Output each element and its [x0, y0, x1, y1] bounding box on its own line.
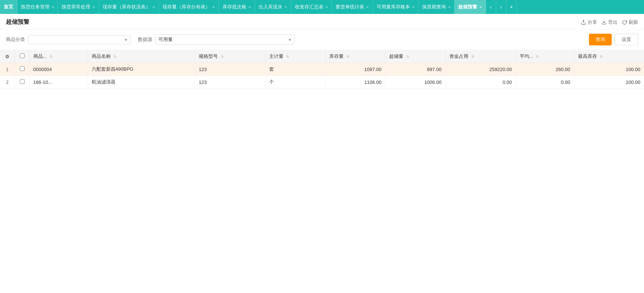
nav-tab-qualityCheck-close[interactable]: × [448, 5, 450, 9]
column-checkbox[interactable] [15, 50, 29, 63]
col-overstock-label: 超储量 [389, 53, 403, 59]
col-unit-label: 主计量 [269, 53, 283, 59]
sort-icon-stock: ⇅ [346, 55, 349, 59]
sort-icon-product-name: ⇅ [113, 55, 116, 59]
export-icon [601, 20, 607, 25]
nav-next-button[interactable]: › [496, 0, 506, 14]
share-button[interactable]: 分享 [581, 19, 597, 26]
column-product-name[interactable]: 商品名称 ⇅ [88, 50, 195, 63]
column-spec[interactable]: 规格型号 ⇅ [195, 50, 266, 63]
select-all-checkbox[interactable] [20, 53, 25, 58]
column-avg-cost[interactable]: 平均... ⇅ [516, 50, 574, 63]
column-overstock[interactable]: 超储量 ⇅ [385, 50, 446, 63]
table-row: 2 186-10... 机油滤清器 123 个 1106.00 1006.00 … [0, 76, 644, 89]
nav-tab-home[interactable]: 首页 [0, 0, 17, 14]
datasource-select-value: 可用量 [158, 36, 173, 43]
row-checkbox-cell-1[interactable] [15, 76, 29, 89]
nav-tab-orderStats[interactable]: 要货单统计表 × [332, 0, 373, 14]
header-actions: 分享 导出 刷新 [581, 19, 638, 26]
table-container: ⚙ 商品... ⇅ 商品名称 ⇅ 规格型号 ⇅ [0, 50, 644, 89]
row-product-code-0: 0000004 [29, 63, 88, 76]
page-header: 超储预警 分享 导出 [0, 14, 644, 29]
column-product-code[interactable]: 商品... ⇅ [29, 50, 88, 63]
nav-tab-orderStats-close[interactable]: × [366, 5, 369, 9]
datasource-label: 数据源 [138, 36, 152, 43]
row-avg-cost-1: 0.00 [516, 76, 574, 89]
nav-tab-availableAccount-label: 可用量库存账本 [377, 4, 410, 10]
share-label: 分享 [588, 19, 597, 26]
row-product-code-1: 186-10... [29, 76, 88, 89]
filter-bar: 商品分类 ▾ 数据源 可用量 ▾ 查询 设置 [0, 29, 644, 50]
row-capital-0: 259220.00 [445, 63, 516, 76]
nav-tab-collectSummary-label: 收发存汇总表 [295, 4, 323, 10]
column-unit[interactable]: 主计量 ⇅ [265, 50, 325, 63]
table-row: 1 0000004 六配套新昌490BPG 123 套 1097.00 997.… [0, 63, 644, 76]
nav-more-button[interactable]: × [506, 0, 517, 14]
col-product-name-label: 商品名称 [92, 53, 111, 59]
nav-tab-inventory2-close[interactable]: × [212, 5, 215, 9]
nav-tab-inoutFlow[interactable]: 出入库流水 × [255, 0, 291, 14]
row-capital-1: 0.00 [445, 76, 516, 89]
nav-tab-lhAbnormal-close[interactable]: × [92, 5, 95, 9]
data-table: ⚙ 商品... ⇅ 商品名称 ⇅ 规格型号 ⇅ [0, 50, 644, 89]
top-nav: 首页 拣货任务管理 × 拣货异常处理 × 现存量（库存状况表） × 现存量（库存… [0, 0, 644, 14]
row-max-stock-1: 100.00 [574, 76, 644, 89]
chevron-down-icon-2: ▾ [289, 37, 291, 42]
export-button[interactable]: 导出 [601, 19, 618, 26]
row-unit-1: 个 [265, 76, 325, 89]
column-max-stock[interactable]: 最高库存 ⇅ [574, 50, 644, 63]
category-select[interactable]: ▾ [28, 35, 131, 44]
row-product-name-1: 机油滤清器 [88, 76, 195, 89]
row-checkbox-cell-0[interactable] [15, 63, 29, 76]
row-overstock-0: 997.00 [385, 63, 446, 76]
nav-tab-collectSummary[interactable]: 收发存汇总表 × [291, 0, 332, 14]
sort-icon-avg-cost: ⇅ [536, 55, 539, 59]
row-checkbox-0[interactable] [20, 66, 25, 71]
export-label: 导出 [608, 19, 618, 26]
nav-tab-inventory1[interactable]: 现存量（库存状况表） × [99, 0, 159, 14]
row-overstock-1: 1006.00 [385, 76, 446, 89]
nav-tab-lhTask-close[interactable]: × [52, 5, 54, 9]
nav-tab-batchAccount[interactable]: 库存批次账 × [219, 0, 255, 14]
nav-tab-availableAccount-close[interactable]: × [412, 5, 414, 9]
nav-tab-qualityCheck-label: 保质期查询 [422, 4, 446, 10]
row-avg-cost-0: 260.00 [516, 63, 574, 76]
table-body: 1 0000004 六配套新昌490BPG 123 套 1097.00 997.… [0, 63, 644, 89]
nav-tab-lhTask[interactable]: 拣货任务管理 × [17, 0, 58, 14]
refresh-button[interactable]: 刷新 [622, 19, 638, 26]
nav-tab-inventory1-close[interactable]: × [153, 5, 155, 9]
nav-tab-inventory2[interactable]: 现存量（库存分布表） × [159, 0, 219, 14]
sort-icon-max-stock: ⇅ [600, 55, 603, 59]
settings-button[interactable]: 设置 [615, 34, 638, 45]
nav-tab-inventory2-label: 现存量（库存分布表） [162, 4, 210, 10]
column-capital[interactable]: 资金占用 ⇅ [445, 50, 516, 63]
nav-tab-collectSummary-close[interactable]: × [326, 5, 328, 9]
nav-tab-inoutFlow-label: 出入库流水 [259, 4, 282, 10]
query-button[interactable]: 查询 [589, 34, 612, 45]
row-spec-1: 123 [195, 76, 266, 89]
nav-tab-overstock-close[interactable]: × [479, 5, 482, 9]
row-num-0: 1 [0, 63, 15, 76]
column-settings[interactable]: ⚙ [0, 50, 15, 63]
nav-prev-button[interactable]: ‹ [486, 0, 496, 14]
main-content: 超储预警 分享 导出 [0, 14, 644, 293]
datasource-filter: 数据源 可用量 ▾ [138, 34, 294, 45]
nav-tab-lhTask-label: 拣货任务管理 [21, 4, 50, 10]
row-spec-0: 123 [195, 63, 266, 76]
nav-tab-overstock[interactable]: 超储预警 × [454, 0, 486, 14]
nav-tab-inoutFlow-close[interactable]: × [285, 5, 287, 9]
nav-tab-availableAccount[interactable]: 可用量库存账本 × [373, 0, 418, 14]
datasource-select[interactable]: 可用量 ▾ [155, 34, 294, 45]
row-num-1: 2 [0, 76, 15, 89]
nav-tab-batchAccount-close[interactable]: × [249, 5, 251, 9]
settings-icon: ⚙ [5, 54, 10, 59]
row-checkbox-1[interactable] [20, 79, 25, 84]
col-capital-label: 资金占用 [449, 53, 468, 59]
row-stock-1: 1106.00 [325, 76, 385, 89]
col-max-stock-label: 最高库存 [578, 53, 597, 59]
nav-tab-lhAbnormal-label: 拣货异常处理 [62, 4, 90, 10]
column-stock[interactable]: 库存量 ⇅ [325, 50, 385, 63]
filter-actions: 查询 设置 [589, 34, 638, 45]
nav-tab-lhAbnormal[interactable]: 拣货异常处理 × [58, 0, 99, 14]
nav-tab-qualityCheck[interactable]: 保质期查询 × [418, 0, 454, 14]
